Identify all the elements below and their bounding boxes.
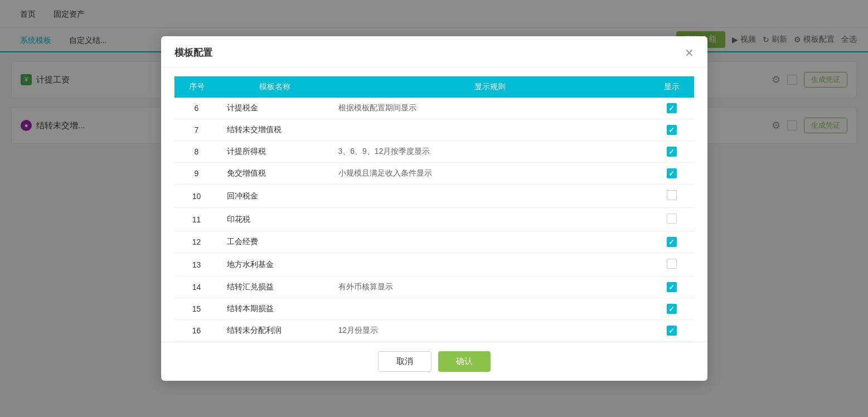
cell-name: 工会经费	[219, 231, 331, 253]
checkbox-item[interactable]	[667, 168, 677, 178]
table-row: 6计提税金根据模板配置期间显示	[174, 98, 694, 119]
modal-title: 模板配置	[174, 46, 212, 59]
cell-rule	[331, 119, 649, 141]
cell-name: 回冲税金	[219, 185, 331, 208]
cell-name: 结转汇兑损益	[219, 277, 331, 298]
table-row: 16结转未分配利润12月份显示	[174, 320, 694, 342]
checkbox-item[interactable]	[667, 282, 677, 292]
cell-id: 6	[174, 98, 219, 119]
cell-id: 9	[174, 163, 219, 185]
config-table: 序号 模板名称 显示规则 显示 6计提税金根据模板配置期间显示7结转未交增值税8…	[174, 76, 694, 342]
cell-id: 10	[174, 185, 219, 208]
cell-id: 14	[174, 277, 219, 298]
cell-rule	[331, 253, 649, 277]
cell-id: 11	[174, 208, 219, 231]
cell-checkbox	[649, 253, 694, 277]
cell-rule: 小规模且满足收入条件显示	[331, 163, 649, 185]
cell-name: 地方水利基金	[219, 253, 331, 277]
cell-checkbox	[649, 119, 694, 141]
modal-footer: 取消 确认	[161, 342, 707, 381]
cell-checkbox	[649, 277, 694, 298]
cell-name: 计提税金	[219, 98, 331, 119]
cell-checkbox	[649, 298, 694, 320]
modal-overlay: 模板配置 ✕ 序号 模板名称 显示规则 显示 6计提税金根据模板配置期间显	[0, 0, 868, 417]
confirm-button[interactable]: 确认	[438, 351, 491, 372]
modal-close-button[interactable]: ✕	[685, 47, 694, 59]
checkbox-item[interactable]	[667, 326, 677, 336]
cell-id: 12	[174, 231, 219, 253]
cell-name: 结转未分配利润	[219, 320, 331, 342]
cell-checkbox	[649, 185, 694, 208]
cell-checkbox	[649, 231, 694, 253]
checkbox-item[interactable]	[667, 147, 677, 157]
table-row: 12工会经费	[174, 231, 694, 253]
cell-rule: 根据模板配置期间显示	[331, 98, 649, 119]
table-row: 9免交增值税小规模且满足收入条件显示	[174, 163, 694, 185]
cell-checkbox	[649, 208, 694, 231]
cell-checkbox	[649, 320, 694, 342]
checkbox-item[interactable]	[667, 214, 677, 224]
cell-checkbox	[649, 98, 694, 119]
cell-name: 计提所得税	[219, 141, 331, 163]
cell-rule	[331, 208, 649, 231]
cell-rule: 有外币核算显示	[331, 277, 649, 298]
cell-name: 结转未交增值税	[219, 119, 331, 141]
cell-rule	[331, 298, 649, 320]
modal-body: 序号 模板名称 显示规则 显示 6计提税金根据模板配置期间显示7结转未交增值税8…	[161, 67, 707, 342]
table-row: 15结转本期损益	[174, 298, 694, 320]
table-row: 7结转未交增值税	[174, 119, 694, 141]
cell-name: 结转本期损益	[219, 298, 331, 320]
modal-header: 模板配置 ✕	[161, 36, 707, 67]
cell-name: 印花税	[219, 208, 331, 231]
cell-id: 7	[174, 119, 219, 141]
cell-id: 8	[174, 141, 219, 163]
table-scroll[interactable]: 序号 模板名称 显示规则 显示 6计提税金根据模板配置期间显示7结转未交增值税8…	[174, 76, 694, 342]
checkbox-item[interactable]	[667, 190, 677, 200]
checkbox-item[interactable]	[667, 304, 677, 314]
checkbox-item[interactable]	[667, 125, 677, 135]
cell-name: 免交增值税	[219, 163, 331, 185]
cell-rule: 12月份显示	[331, 320, 649, 342]
table-header-row: 序号 模板名称 显示规则 显示	[174, 76, 694, 98]
cell-rule	[331, 185, 649, 208]
table-row: 13地方水利基金	[174, 253, 694, 277]
checkbox-item[interactable]	[667, 259, 677, 269]
table-row: 10回冲税金	[174, 185, 694, 208]
checkbox-item[interactable]	[667, 103, 677, 113]
col-header-rule: 显示规则	[331, 76, 649, 98]
cell-checkbox	[649, 141, 694, 163]
cell-rule: 3、6、9、12月按季度显示	[331, 141, 649, 163]
checkbox-item[interactable]	[667, 237, 677, 247]
cancel-button[interactable]: 取消	[378, 351, 431, 372]
table-row: 14结转汇兑损益有外币核算显示	[174, 277, 694, 298]
table-row: 11印花税	[174, 208, 694, 231]
cell-id: 15	[174, 298, 219, 320]
col-header-id: 序号	[174, 76, 219, 98]
cell-rule	[331, 231, 649, 253]
cell-checkbox	[649, 163, 694, 185]
col-header-name: 模板名称	[219, 76, 331, 98]
col-header-display: 显示	[649, 76, 694, 98]
table-row: 8计提所得税3、6、9、12月按季度显示	[174, 141, 694, 163]
cell-id: 13	[174, 253, 219, 277]
cell-id: 16	[174, 320, 219, 342]
modal-template-config: 模板配置 ✕ 序号 模板名称 显示规则 显示 6计提税金根据模板配置期间显	[161, 36, 707, 381]
